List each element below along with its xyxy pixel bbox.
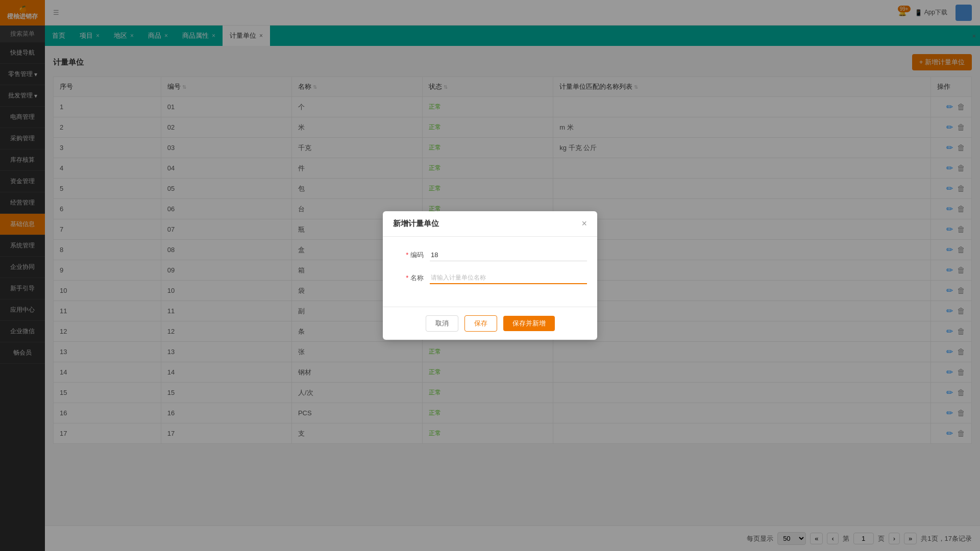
name-input[interactable] <box>430 271 587 284</box>
modal-title: 新增计量单位 <box>393 219 439 229</box>
code-input[interactable] <box>430 249 587 261</box>
add-unit-modal: 新增计量单位 × 编码 名称 取消 保存 保存并新增 <box>383 211 597 340</box>
form-row-name: 名称 <box>393 271 587 284</box>
modal-overlay[interactable]: 新增计量单位 × 编码 名称 取消 保存 保存并新增 <box>0 0 980 551</box>
modal-header: 新增计量单位 × <box>383 211 597 237</box>
modal-body: 编码 名称 <box>383 237 597 307</box>
modal-close-button[interactable]: × <box>581 218 587 229</box>
cancel-button[interactable]: 取消 <box>426 315 458 332</box>
save-continue-button[interactable]: 保存并新增 <box>503 316 555 331</box>
form-row-code: 编码 <box>393 249 587 261</box>
name-label: 名称 <box>393 273 424 283</box>
save-button[interactable]: 保存 <box>464 315 497 332</box>
code-label: 编码 <box>393 251 424 260</box>
modal-footer: 取消 保存 保存并新增 <box>383 307 597 340</box>
